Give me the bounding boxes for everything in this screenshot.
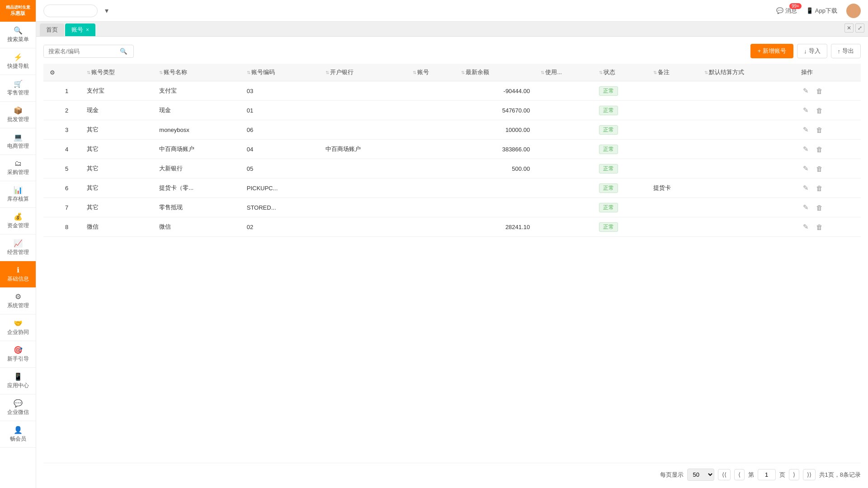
pagination: 每页显示 50 100 200 ⟨⟨ ⟨ 第 页 ⟩ ⟩⟩ 共1页，8条记录 — [43, 463, 861, 481]
sidebar-icon-basic: ℹ — [17, 266, 19, 274]
cell-index: 1 — [61, 81, 83, 101]
cell-checkbox — [43, 81, 61, 101]
search-input[interactable] — [44, 45, 116, 57]
col-account[interactable]: ⇅账号 — [409, 64, 458, 81]
search-button[interactable]: 🔍 — [116, 45, 131, 57]
sidebar-item-finance[interactable]: 💰资金管理 — [0, 208, 36, 235]
maximize-window-btn[interactable]: ⤢ — [855, 23, 864, 33]
delete-button[interactable]: 🗑 — [814, 202, 825, 212]
delete-button[interactable]: 🗑 — [814, 125, 825, 135]
message-button[interactable]: 💬 消息 99+ — [776, 7, 797, 15]
col-index — [61, 64, 83, 81]
cell-checkbox — [43, 120, 61, 140]
delete-button[interactable]: 🗑 — [814, 222, 825, 232]
edit-button[interactable]: ✎ — [801, 105, 811, 115]
cell-bank — [322, 178, 409, 198]
sidebar-item-wechat[interactable]: 💬企业微信 — [0, 394, 36, 421]
cell-checkbox — [43, 140, 61, 159]
app-download-button[interactable]: 📱 App下载 — [806, 7, 837, 15]
cell-note: 提货卡 — [650, 178, 701, 198]
cell-account — [409, 81, 458, 101]
sidebar-item-retail[interactable]: 🛒零售管理 — [0, 75, 36, 102]
delete-button[interactable]: 🗑 — [814, 183, 825, 193]
cell-status: 正常 — [595, 101, 649, 120]
edit-button[interactable]: ✎ — [801, 164, 811, 174]
cell-index: 7 — [61, 198, 83, 217]
delete-button[interactable]: 🗑 — [814, 164, 825, 174]
cell-usage — [537, 101, 595, 120]
sidebar-item-inventory[interactable]: 📊库存核算 — [0, 181, 36, 208]
sidebar-item-ecommerce[interactable]: 💻电商管理 — [0, 128, 36, 155]
sidebar-icon-system: ⚙ — [15, 292, 21, 301]
sidebar-item-guide[interactable]: 🎯新手引导 — [0, 341, 36, 368]
table-container: ⚙ ⇅账号类型 ⇅账号名称 ⇅账号编码 ⇅开户银行 ⇅账号 ⇅最新余额 ⇅使用.… — [43, 64, 861, 463]
edit-button[interactable]: ✎ — [801, 222, 811, 232]
sidebar-item-shortcuts[interactable]: ⚡快捷导航 — [0, 48, 36, 75]
edit-button[interactable]: ✎ — [801, 144, 811, 154]
cell-bank — [322, 217, 409, 237]
window-controls: ✕ ⤢ — [844, 23, 864, 33]
add-account-button[interactable]: + 新增账号 — [750, 44, 793, 58]
sidebar-nav: 🔍搜索菜单⚡快捷导航🛒零售管理📦批发管理💻电商管理🗂采购管理📊库存核算💰资金管理… — [0, 22, 36, 488]
delete-button[interactable]: 🗑 — [814, 144, 825, 154]
per-page-select[interactable]: 50 100 200 — [687, 469, 714, 481]
top-search-input[interactable] — [43, 5, 98, 17]
cell-actions: ✎ 🗑 — [797, 81, 861, 101]
edit-button[interactable]: ✎ — [801, 202, 811, 212]
col-bank[interactable]: ⇅开户银行 — [322, 64, 409, 81]
next-page-button[interactable]: ⟩ — [789, 469, 799, 480]
page-input[interactable] — [758, 469, 776, 480]
cell-actions: ✎ 🗑 — [797, 120, 861, 140]
sidebar-icon-member: 👤 — [14, 426, 23, 434]
cell-usage — [537, 140, 595, 159]
col-type[interactable]: ⇅账号类型 — [83, 64, 156, 81]
prev-page-button[interactable]: ⟨ — [734, 469, 745, 480]
col-name[interactable]: ⇅账号名称 — [156, 64, 243, 81]
col-code[interactable]: ⇅账号编码 — [243, 64, 322, 81]
cell-actions: ✎ 🗑 — [797, 140, 861, 159]
cell-code: 04 — [243, 140, 322, 159]
edit-button[interactable]: ✎ — [801, 86, 811, 96]
user-avatar[interactable] — [846, 4, 861, 18]
sidebar-item-member[interactable]: 👤畅会员 — [0, 421, 36, 448]
cell-bank: 中百商场账户 — [322, 140, 409, 159]
sidebar-item-agreement[interactable]: 🤝企业协同 — [0, 314, 36, 341]
import-button[interactable]: ↓ 导入 — [797, 44, 827, 58]
dropdown-button[interactable]: ▾ — [105, 6, 108, 15]
per-page-label: 每页显示 — [660, 471, 684, 479]
mobile-icon: 📱 — [806, 7, 813, 14]
delete-button[interactable]: 🗑 — [814, 105, 825, 115]
sidebar-item-system[interactable]: ⚙系统管理 — [0, 288, 36, 314]
sidebar-icon-operations: 📈 — [14, 239, 23, 248]
sidebar-item-purchase[interactable]: 🗂采购管理 — [0, 155, 36, 181]
col-settings[interactable]: ⚙ — [43, 64, 61, 81]
header-right: 💬 消息 99+ 📱 App下载 — [776, 4, 861, 18]
sidebar-item-wholesale[interactable]: 📦批发管理 — [0, 102, 36, 128]
delete-button[interactable]: 🗑 — [814, 86, 825, 96]
edit-button[interactable]: ✎ — [801, 183, 811, 193]
col-status[interactable]: ⇅状态 — [595, 64, 649, 81]
table-row: 6 其它 提货卡（零... PICKUPC... 正常 提货卡 ✎ 🗑 — [43, 178, 861, 198]
sidebar-item-operations[interactable]: 📈经营管理 — [0, 235, 36, 261]
sidebar-item-basic[interactable]: ℹ基础信息 — [0, 261, 36, 288]
sidebar-item-app_center[interactable]: 📱应用中心 — [0, 368, 36, 394]
import-icon: ↓ — [804, 48, 807, 55]
col-balance[interactable]: ⇅最新余额 — [458, 64, 537, 81]
cell-usage — [537, 178, 595, 198]
first-page-button[interactable]: ⟨⟨ — [718, 469, 731, 480]
col-default-settlement[interactable]: ⇅默认结算方式 — [701, 64, 797, 81]
edit-button[interactable]: ✎ — [801, 125, 811, 135]
cell-status: 正常 — [595, 81, 649, 101]
last-page-button[interactable]: ⟩⟩ — [803, 469, 816, 480]
tab-home[interactable]: 首页 — [40, 23, 64, 36]
close-window-btn[interactable]: ✕ — [844, 23, 854, 33]
sidebar-item-search[interactable]: 🔍搜索菜单 — [0, 22, 36, 48]
tab-account-close[interactable]: × — [86, 27, 89, 33]
cell-name: 零售抵现 — [156, 198, 243, 217]
sidebar-icon-search: 🔍 — [14, 26, 23, 35]
cell-default-settlement — [701, 81, 797, 101]
export-button[interactable]: ↑ 导出 — [831, 44, 861, 58]
col-usage[interactable]: ⇅使用... — [537, 64, 595, 81]
tab-account[interactable]: 账号 × — [65, 23, 95, 36]
col-note[interactable]: ⇅备注 — [650, 64, 701, 81]
